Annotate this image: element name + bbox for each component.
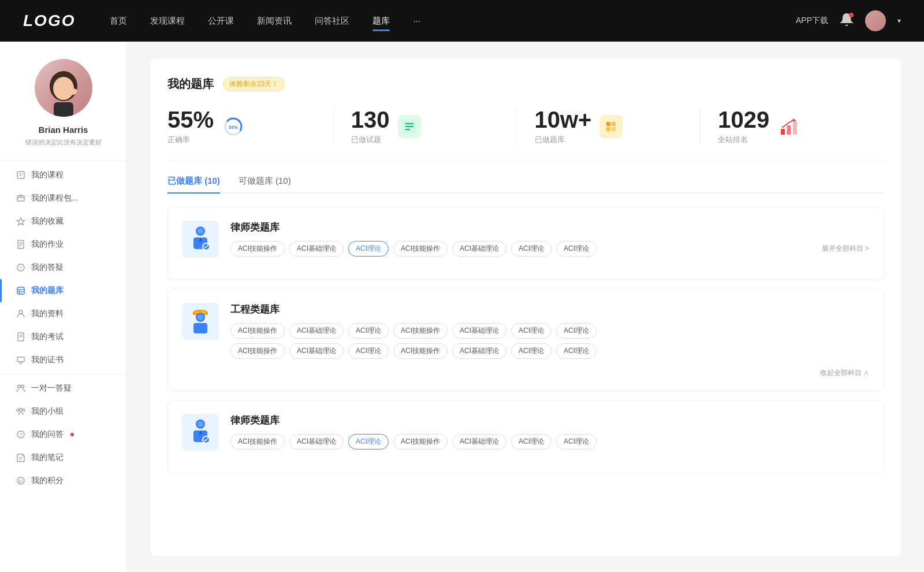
tab-available-banks[interactable]: 可做题库 (10) [239,176,291,192]
exam-icon [16,332,25,341]
sidebar-item-answering[interactable]: ? 我的答疑 [0,256,126,279]
tag[interactable]: ACI技能操作 [393,241,448,257]
tag[interactable]: ACI理论 [556,323,597,339]
nav-link-discover[interactable]: 发现课程 [150,13,185,29]
svg-text:?: ? [19,265,22,271]
course-icon [16,170,25,180]
tag[interactable]: ACI技能操作 [230,343,285,359]
stat-questions-number: 130 [351,108,390,131]
content-inner: 我的题库 体验剩余23天！ 55% 正确率 [150,59,901,556]
qbank-2-tags-double: ACI技能操作 ACI基础理论 ACI理论 ACI技能操作 ACI基础理论 AC… [230,323,869,359]
qbank-2-title-area: 工程类题库 ACI技能操作 ACI基础理论 ACI理论 ACI技能操作 ACI基… [230,303,869,359]
qbank-1-icon-box [182,221,219,258]
avatar-chevron-icon[interactable]: ▾ [897,17,901,25]
nav-link-more[interactable]: ··· [413,13,420,29]
sidebar-item-course[interactable]: 我的课程 [0,164,126,187]
tag[interactable]: ACI基础理论 [452,434,506,450]
tab-done-banks[interactable]: 已做题库 (10) [167,176,220,192]
tag-active[interactable]: ACI理论 [348,241,389,257]
nav-link-news[interactable]: 新闻资讯 [257,13,292,29]
bank-icon [16,286,25,295]
nav-link-open[interactable]: 公开课 [208,13,234,29]
stats-row: 55% 正确率 55% 130 [167,108,884,162]
tag[interactable]: ACI理论 [556,434,597,450]
sidebar-item-notes[interactable]: 我的笔记 [0,446,126,469]
tag[interactable]: ACI理论 [348,343,389,359]
tag[interactable]: ACI技能操作 [230,323,285,339]
notification-bell[interactable] [840,13,854,29]
tag[interactable]: ACI技能操作 [393,343,448,359]
user-motto: 错误的决定比没有决定要好 [16,138,111,147]
tag[interactable]: ACI理论 [511,434,552,450]
qbank-card-2-header: 工程类题库 ACI技能操作 ACI基础理论 ACI理论 ACI技能操作 ACI基… [182,303,869,359]
tag[interactable]: ACI基础理论 [289,241,344,257]
nav-link-bank[interactable]: 题库 [372,13,390,29]
sidebar-item-exam[interactable]: 我的考试 [0,325,126,348]
sidebar-label-points: 我的积分 [31,476,64,486]
sidebar-item-package[interactable]: 我的课程包... [0,187,126,210]
tag[interactable]: ACI技能操作 [230,434,285,450]
sidebar-item-questions[interactable]: ? 我的问答 [0,423,126,446]
sidebar-item-oneone[interactable]: 一对一答疑 [0,377,126,400]
svg-point-66 [198,314,203,320]
svg-rect-51 [781,129,785,135]
avatar[interactable] [865,10,886,31]
sidebar-item-homework[interactable]: 我的作业 [0,233,126,256]
svg-point-27 [18,385,21,388]
sidebar-item-profile[interactable]: 我的资料 [0,302,126,325]
svg-text:?: ? [19,432,22,438]
page-title: 我的题库 [167,76,214,92]
rank-icon-box [777,115,800,138]
tag[interactable]: ACI理论 [511,343,552,359]
nav-link-home[interactable]: 首页 [110,13,127,29]
tag[interactable]: ACI理论 [556,241,597,257]
sidebar-item-bank[interactable]: 我的题库 [0,279,126,302]
tag[interactable]: ACI理论 [348,323,389,339]
questions-red-dot [70,433,74,436]
collapse-link-2[interactable]: 收起全部科目 ∧ [820,368,869,378]
tag[interactable]: ACI理论 [511,323,552,339]
sidebar-label-cert: 我的证书 [31,355,64,365]
tag[interactable]: ACI基础理论 [289,434,344,450]
sidebar-label-homework: 我的作业 [31,239,64,250]
tag[interactable]: ACI理论 [556,343,597,359]
group-icon [16,407,25,416]
tag[interactable]: ACI技能操作 [393,434,448,450]
user-avatar [35,59,92,117]
stat-banks-number: 10w+ [535,108,592,131]
qbank-card-3: 律师类题库 ACI技能操作 ACI基础理论 ACI理论 ACI技能操作 ACI基… [167,400,884,473]
stat-questions-label: 已做试题 [351,135,390,145]
svg-rect-53 [793,122,797,135]
qbank-1-title-area: 律师类题库 ACI技能操作 ACI基础理论 ACI理论 ACI技能操作 ACI基… [230,221,869,257]
tag[interactable]: ACI技能操作 [230,241,285,257]
tag-active[interactable]: ACI理论 [348,434,389,450]
tag[interactable]: ACI基础理论 [289,323,344,339]
sidebar-item-points[interactable]: 积 我的积分 [0,469,126,492]
tag[interactable]: ACI基础理论 [452,323,506,339]
tag[interactable]: ACI基础理论 [452,343,506,359]
main-content: 我的题库 体验剩余23天！ 55% 正确率 [127,42,924,572]
qbank-card-2: 工程类题库 ACI技能操作 ACI基础理论 ACI理论 ACI技能操作 ACI基… [167,289,884,391]
package-icon [16,194,25,203]
stat-banks-content: 10w+ 已做题库 [535,108,592,145]
sidebar-item-group[interactable]: 我的小组 [0,400,126,423]
note-icon [16,453,25,462]
app-download-button[interactable]: APP下载 [796,16,828,26]
tag[interactable]: ACI基础理论 [452,241,506,257]
tag[interactable]: ACI技能操作 [393,323,448,339]
nav-link-qa[interactable]: 问答社区 [315,13,349,29]
tag[interactable]: ACI理论 [511,241,552,257]
tag[interactable]: ACI基础理论 [289,343,344,359]
svg-point-28 [21,385,24,388]
sidebar-label-package: 我的课程包... [31,193,78,203]
svg-text:55%: 55% [229,125,238,130]
expand-link-1[interactable]: 展开全部科目 > [822,244,869,254]
stat-questions-content: 130 已做试题 [351,108,390,145]
svg-rect-4 [17,172,24,179]
sidebar-item-collect[interactable]: 我的收藏 [0,210,126,233]
svg-rect-49 [606,127,610,131]
sidebar-item-cert[interactable]: 我的证书 [0,348,126,372]
questions-icon-box [398,115,421,138]
svg-rect-65 [193,323,207,333]
sidebar-label-group: 我的小组 [31,406,64,417]
